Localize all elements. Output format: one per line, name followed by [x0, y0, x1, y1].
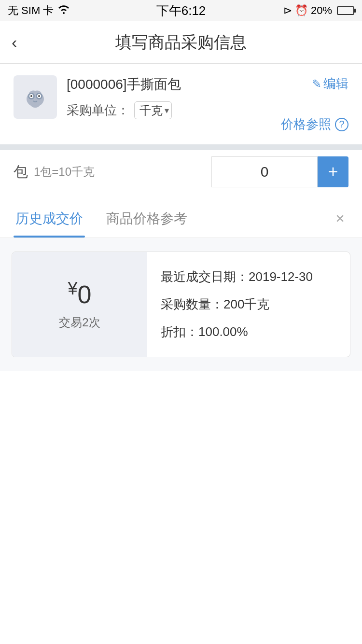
tabs-left: 历史成交价 商品价格参考 — [14, 199, 189, 238]
quantity-left: 包 1包=10千克 — [14, 162, 95, 182]
svg-point-5 — [30, 95, 32, 97]
quantity-right: 0 + — [211, 156, 348, 187]
svg-point-6 — [38, 95, 40, 97]
card-discount: 折扣：100.00% — [161, 322, 336, 341]
edit-icon: ✎ — [312, 77, 321, 91]
quantity-plus-button[interactable]: + — [318, 156, 348, 187]
section-divider — [0, 144, 362, 150]
svg-point-7 — [31, 104, 39, 108]
main-content: [0000006]手撕面包 采购单位： 千克 克 包 — [0, 64, 362, 644]
product-section: [0000006]手撕面包 采购单位： 千克 克 包 — [0, 64, 362, 144]
pkg-label: 包 — [14, 162, 28, 182]
close-button[interactable]: × — [332, 206, 348, 231]
product-name: [0000006]手撕面包 — [67, 75, 181, 94]
card-recent-date: 最近成交日期：2019-12-30 — [161, 267, 336, 286]
price-ref-label: 价格参照 — [281, 116, 331, 133]
unit-label: 采购单位： — [67, 102, 129, 119]
battery-icon — [335, 6, 354, 15]
card-left: ¥0 交易2次 — [12, 252, 147, 357]
tabs-bar: 历史成交价 商品价格参考 × — [0, 199, 362, 238]
price-ref-icon: ? — [335, 118, 348, 131]
page-title: 填写商品采购信息 — [115, 31, 247, 54]
unit-select-wrap[interactable]: 千克 克 包 — [134, 101, 172, 119]
product-info: [0000006]手撕面包 采购单位： 千克 克 包 — [67, 75, 181, 119]
status-time: 下午6:12 — [156, 2, 206, 19]
card-price: ¥0 — [68, 279, 92, 309]
edit-button[interactable]: ✎ 编辑 — [312, 75, 348, 92]
status-left: 无 SIM 卡 — [8, 3, 70, 18]
nav-bar: ‹ 填写商品采购信息 — [0, 21, 362, 64]
card-qty: 采购数量：200千克 — [161, 295, 336, 314]
card-area: ¥0 交易2次 最近成交日期：2019-12-30 采购数量：200千克 折扣：… — [0, 238, 362, 371]
product-header: [0000006]手撕面包 采购单位： 千克 克 包 — [14, 75, 348, 119]
product-left: [0000006]手撕面包 采购单位： 千克 克 包 — [14, 75, 181, 119]
battery-pct: 20% — [311, 4, 332, 17]
tab-history[interactable]: 历史成交价 — [14, 199, 85, 238]
price-card: ¥0 交易2次 最近成交日期：2019-12-30 采购数量：200千克 折扣：… — [12, 252, 350, 357]
unit-select[interactable]: 千克 克 包 — [134, 101, 172, 119]
location-icon: ⊳ — [283, 4, 292, 17]
wifi-icon — [57, 4, 70, 17]
carrier-text: 无 SIM 卡 — [8, 3, 54, 18]
status-right: ⊳ ⏰ 20% — [283, 4, 354, 17]
price-ref-button[interactable]: 价格参照 ? — [281, 116, 348, 133]
tab-market[interactable]: 商品价格参考 — [104, 199, 189, 238]
pkg-conversion: 1包=10千克 — [34, 164, 95, 180]
product-thumbnail — [14, 75, 57, 119]
tabs-panel: 历史成交价 商品价格参考 × ¥0 交易2次 最近成交日期：201 — [0, 199, 362, 371]
card-right: 最近成交日期：2019-12-30 采购数量：200千克 折扣：100.00% — [147, 252, 350, 357]
quantity-section: 包 1包=10千克 0 + — [0, 150, 362, 194]
card-trades: 交易2次 — [59, 315, 100, 330]
status-bar: 无 SIM 卡 下午6:12 ⊳ ⏰ 20% — [0, 0, 362, 21]
alarm-icon: ⏰ — [295, 4, 308, 17]
back-button[interactable]: ‹ — [12, 33, 17, 52]
quantity-input[interactable]: 0 — [211, 156, 318, 187]
product-unit-row: 采购单位： 千克 克 包 — [67, 101, 181, 119]
